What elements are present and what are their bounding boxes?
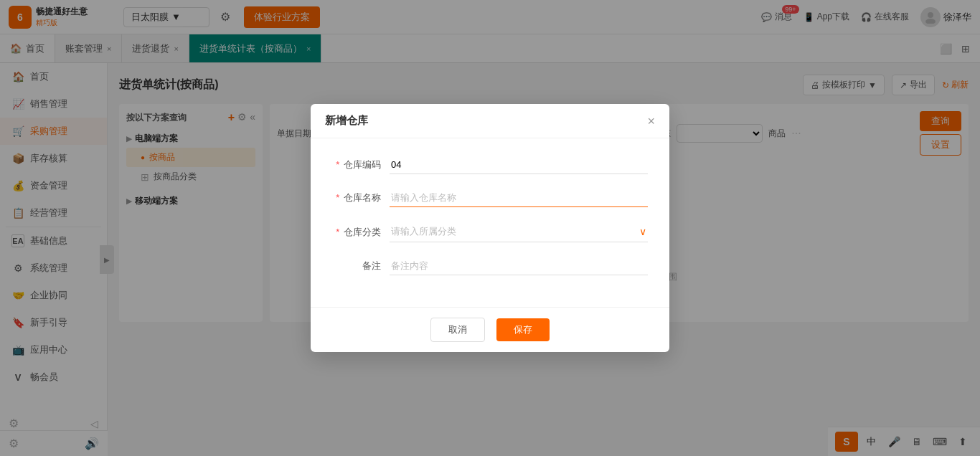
warehouse-name-label: * 仓库名称 [332, 191, 390, 204]
warehouse-category-label-text: 仓库分类 [344, 227, 381, 237]
warehouse-remark-row: 备注 [332, 257, 648, 275]
modal-close-button[interactable]: × [647, 115, 655, 128]
modal-header: 新增仓库 × [311, 104, 669, 138]
warehouse-category-row: * 仓库分类 请输入所属分类 ∨ [332, 222, 648, 242]
warehouse-remark-input[interactable] [390, 257, 648, 275]
modal-overlay: 新增仓库 × * 仓库编码 * 仓库名称 [0, 0, 980, 456]
warehouse-remark-label: 备注 [332, 260, 390, 272]
warehouse-remark-label-text: 备注 [362, 260, 381, 271]
warehouse-name-input[interactable] [390, 189, 648, 207]
warehouse-code-row: * 仓库编码 [332, 156, 648, 174]
required-star-code: * [336, 159, 339, 170]
warehouse-code-label-text: 仓库编码 [344, 159, 381, 170]
modal-title: 新增仓库 [325, 114, 368, 128]
warehouse-category-label: * 仓库分类 [332, 226, 390, 239]
add-warehouse-modal: 新增仓库 × * 仓库编码 * 仓库名称 [311, 104, 669, 352]
warehouse-category-arrow-icon: ∨ [639, 226, 646, 237]
warehouse-category-placeholder: 请输入所属分类 [391, 225, 456, 238]
warehouse-name-row: * 仓库名称 [332, 189, 648, 207]
warehouse-code-input[interactable] [390, 156, 648, 174]
modal-body: * 仓库编码 * 仓库名称 * 仓库分类 请输入 [311, 138, 669, 307]
required-star-category: * [336, 227, 339, 237]
warehouse-code-label: * 仓库编码 [332, 158, 390, 171]
required-star-name: * [336, 192, 339, 203]
save-button[interactable]: 保存 [496, 318, 550, 341]
cancel-button[interactable]: 取消 [430, 318, 485, 342]
modal-footer: 取消 保存 [311, 307, 669, 352]
warehouse-category-select[interactable]: 请输入所属分类 ∨ [390, 222, 648, 242]
warehouse-name-label-text: 仓库名称 [344, 192, 381, 203]
